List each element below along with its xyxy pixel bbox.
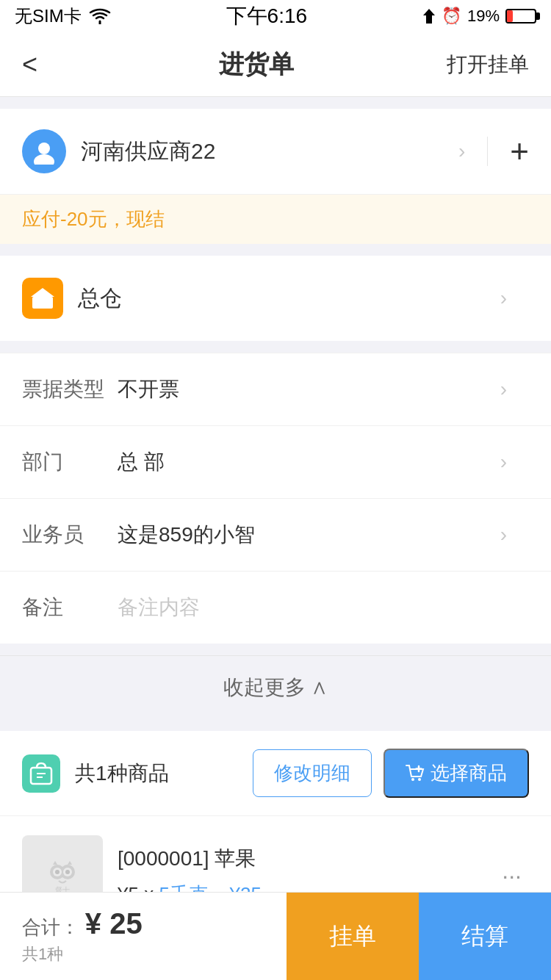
svg-point-0 <box>38 143 50 154</box>
svg-point-15 <box>55 870 60 874</box>
more-button[interactable]: ··· <box>494 855 529 897</box>
add-supplier-button[interactable]: + <box>510 135 529 167</box>
supplier-chevron: › <box>458 140 465 163</box>
collapse-button[interactable]: 收起更多 ∧ <box>0 655 551 719</box>
sales-value: 这是859的小智 <box>118 521 500 549</box>
back-button[interactable]: < <box>22 49 66 80</box>
invoice-label: 票据类型 <box>22 375 118 403</box>
remark-label: 备注 <box>22 594 118 621</box>
remark-row[interactable]: 备注 备注内容 <box>0 571 551 644</box>
supplier-name: 河南供应商22 <box>81 137 458 167</box>
open-pending-button[interactable]: 打开挂单 <box>447 51 529 79</box>
supplier-notice: 应付-20元，现结 <box>0 195 551 244</box>
status-carrier: 无SIM卡 <box>15 4 111 28</box>
supplier-avatar <box>22 129 66 173</box>
sales-label: 业务员 <box>22 521 118 549</box>
edit-detail-button[interactable]: 修改明细 <box>253 749 372 797</box>
supplier-row[interactable]: 河南供应商22 › + <box>0 109 551 195</box>
product-icon <box>22 754 60 793</box>
product-name: [0000001] 苹果 <box>118 845 494 873</box>
status-bar: 无SIM卡 下午6:16 ⏰ 19% <box>0 0 551 32</box>
invoice-row[interactable]: 票据类型 不开票 › <box>0 353 551 425</box>
dept-label: 部门 <box>22 448 118 476</box>
total-section: 合计： ¥ 25 共1种 <box>0 907 287 965</box>
svg-point-8 <box>418 778 421 781</box>
invoice-value: 不开票 <box>118 375 500 403</box>
svg-point-16 <box>65 870 70 874</box>
product-count: 共1种商品 <box>75 760 253 788</box>
total-label: 合计： <box>22 916 79 938</box>
wifi-icon <box>89 8 111 24</box>
svg-rect-2 <box>32 297 53 309</box>
cart-icon <box>406 765 425 782</box>
status-right: ⏰ 19% <box>422 7 536 26</box>
warehouse-section: 总仓 › <box>0 256 551 341</box>
nav-bar: < 进货单 打开挂单 <box>0 32 551 97</box>
supplier-section: 河南供应商22 › + 应付-20元，现结 <box>0 109 551 244</box>
dept-chevron: › <box>500 450 507 474</box>
select-product-button[interactable]: 选择商品 <box>383 749 529 798</box>
warehouse-icon <box>22 278 63 319</box>
content: 河南供应商22 › + 应付-20元，现结 总仓 › 票据类型 不开票 › <box>0 109 551 980</box>
remark-input[interactable]: 备注内容 <box>118 594 529 621</box>
svg-marker-3 <box>31 288 54 297</box>
checkout-button[interactable]: 结算 <box>419 893 551 981</box>
warehouse-row[interactable]: 总仓 › <box>0 256 551 341</box>
carrier-text: 无SIM卡 <box>15 4 82 28</box>
svg-point-1 <box>34 154 54 165</box>
alarm-icon: ⏰ <box>442 7 461 26</box>
total-count: 共1种 <box>22 943 264 965</box>
total-amount: ¥ 25 <box>85 907 143 940</box>
product-header: 共1种商品 修改明细 选择商品 <box>0 731 551 816</box>
invoice-chevron: › <box>500 378 507 401</box>
location-icon <box>422 8 436 24</box>
warehouse-chevron: › <box>500 287 507 310</box>
sales-chevron: › <box>500 523 507 547</box>
warehouse-name: 总仓 <box>78 284 500 314</box>
dept-value: 总 部 <box>118 448 500 476</box>
product-code: [0000001] 苹果 <box>118 847 256 870</box>
form-section: 票据类型 不开票 › 部门 总 部 › 业务员 这是859的小智 › 备注 备注… <box>0 353 551 644</box>
battery-icon <box>505 9 536 24</box>
status-time: 下午6:16 <box>226 2 308 30</box>
svg-point-7 <box>411 778 414 781</box>
battery-percent: 19% <box>467 7 500 26</box>
bottom-bar: 合计： ¥ 25 共1种 挂单 结算 <box>0 892 551 980</box>
svg-rect-4 <box>31 768 51 784</box>
hang-button[interactable]: 挂单 <box>287 893 419 981</box>
dept-row[interactable]: 部门 总 部 › <box>0 425 551 498</box>
select-product-label: 选择商品 <box>431 760 507 786</box>
nav-title: 进货单 <box>219 48 294 82</box>
sales-row[interactable]: 业务员 这是859的小智 › <box>0 498 551 571</box>
divider <box>487 137 488 166</box>
